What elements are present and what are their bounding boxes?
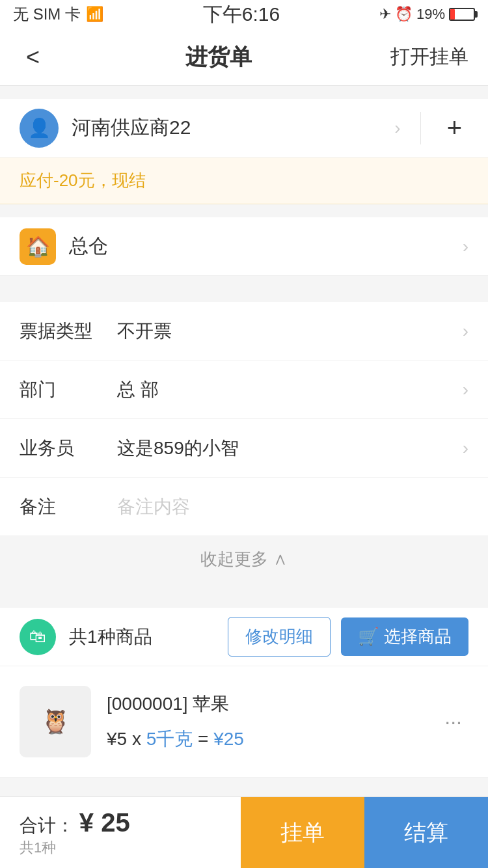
edit-detail-button[interactable]: 修改明细 (228, 617, 331, 657)
wifi-icon: 📶 (86, 6, 103, 23)
cart-icon: 🛒 (358, 627, 379, 647)
supplier-arrow-icon: › (394, 118, 400, 139)
select-product-label: 选择商品 (384, 625, 452, 648)
supplier-section: 👤 河南供应商22 › + 应付-20元，现结 (0, 99, 488, 204)
salesperson-label: 业务员 (20, 436, 111, 461)
carrier-label: 无 SIM 卡 (13, 4, 81, 25)
status-bar: 无 SIM 卡 📶 下午6:16 ✈ ⏰ 19% (0, 0, 488, 29)
invoice-value: 不开票 (111, 319, 463, 344)
multiply-sign: x (132, 729, 146, 749)
divider-1 (0, 204, 488, 217)
open-hang-button[interactable]: 打开挂单 (390, 44, 468, 70)
collapse-label: 收起更多 ∧ (200, 548, 287, 571)
owl-icon: 🦉 (41, 708, 70, 735)
product-icon: 🛍 (20, 619, 56, 655)
battery-percent: 19% (416, 6, 445, 23)
warehouse-name: 总仓 (69, 233, 463, 260)
status-left: 无 SIM 卡 📶 (13, 4, 103, 25)
invoice-arrow-icon: › (463, 321, 468, 342)
bottom-bar: 合计： ¥ 25 共1种 挂单 结算 (0, 796, 488, 868)
settle-button[interactable]: 结算 (364, 797, 488, 869)
invoice-label: 票据类型 (20, 319, 111, 344)
hang-button[interactable]: 挂单 (241, 797, 364, 869)
status-time: 下午6:16 (203, 1, 280, 28)
total-row: 合计： ¥ 25 (20, 808, 221, 838)
battery-icon (449, 8, 475, 21)
product-thumbnail: 🦉 (20, 686, 91, 757)
back-button[interactable]: < (20, 37, 46, 77)
alarm-icon: ⏰ (395, 6, 413, 23)
product-code: [0000001] (107, 694, 188, 714)
supplier-name: 河南供应商22 (72, 115, 394, 141)
more-button[interactable]: ··· (438, 703, 468, 740)
settle-label: 结算 (404, 818, 448, 848)
warehouse-arrow-icon: › (463, 236, 468, 257)
nav-bar: < 进货单 打开挂单 (0, 29, 488, 86)
bag-icon: 🛍 (29, 627, 46, 647)
avatar-icon: 👤 (28, 117, 51, 139)
hang-label: 挂单 (280, 818, 325, 848)
notice-bar: 应付-20元，现结 (0, 157, 488, 204)
product-name: [0000001] 苹果 (107, 692, 438, 716)
department-arrow-icon: › (463, 379, 468, 400)
divider-3 (0, 582, 488, 595)
product-price: ¥5 x 5千克 = ¥25 (107, 727, 438, 752)
remark-row[interactable]: 备注 备注内容 (0, 478, 488, 536)
total-label: 合计： (20, 815, 74, 835)
unit-price: ¥5 (107, 729, 127, 749)
invoice-row[interactable]: 票据类型 不开票 › (0, 302, 488, 360)
department-label: 部门 (20, 377, 111, 402)
product-count: 共1种商品 (69, 625, 228, 649)
notice-text: 应付-20元，现结 (20, 170, 146, 190)
department-value: 总 部 (111, 377, 463, 402)
status-right: ✈ ⏰ 19% (379, 6, 475, 23)
vertical-divider (420, 112, 421, 144)
supplier-avatar: 👤 (20, 109, 59, 148)
total-count: 共1种 (20, 838, 221, 858)
top-divider (0, 86, 488, 99)
salesperson-row[interactable]: 业务员 这是859的小智 › (0, 419, 488, 478)
remark-label: 备注 (20, 495, 111, 519)
total-price: ¥25 (213, 729, 244, 749)
department-row[interactable]: 部门 总 部 › (0, 360, 488, 419)
product-header: 🛍 共1种商品 修改明细 🛒 选择商品 (0, 608, 488, 666)
quantity: 5千克 (146, 729, 193, 749)
total-section: 合计： ¥ 25 共1种 (0, 808, 241, 858)
salesperson-value: 这是859的小智 (111, 436, 463, 461)
total-amount: ¥ 25 (79, 808, 130, 837)
page-title: 进货单 (185, 42, 252, 72)
product-item: 🦉 [0000001] 苹果 ¥5 x 5千克 = ¥25 ··· (0, 666, 488, 778)
product-title: 苹果 (193, 694, 229, 714)
product-info: [0000001] 苹果 ¥5 x 5千克 = ¥25 (107, 692, 438, 752)
equals-sign: = (198, 729, 213, 749)
warehouse-row[interactable]: 🏠 总仓 › (0, 217, 488, 276)
salesperson-arrow-icon: › (463, 438, 468, 459)
select-product-button[interactable]: 🛒 选择商品 (341, 617, 468, 656)
location-icon: ✈ (379, 6, 391, 23)
remark-input[interactable]: 备注内容 (111, 495, 468, 519)
divider-2 (0, 276, 488, 289)
form-section: 票据类型 不开票 › 部门 总 部 › 业务员 这是859的小智 › 备注 备注… (0, 302, 488, 536)
warehouse-icon: 🏠 (20, 228, 56, 265)
add-supplier-button[interactable]: + (441, 107, 468, 149)
collapse-bar[interactable]: 收起更多 ∧ (0, 536, 488, 582)
supplier-row[interactable]: 👤 河南供应商22 › + (0, 99, 488, 157)
